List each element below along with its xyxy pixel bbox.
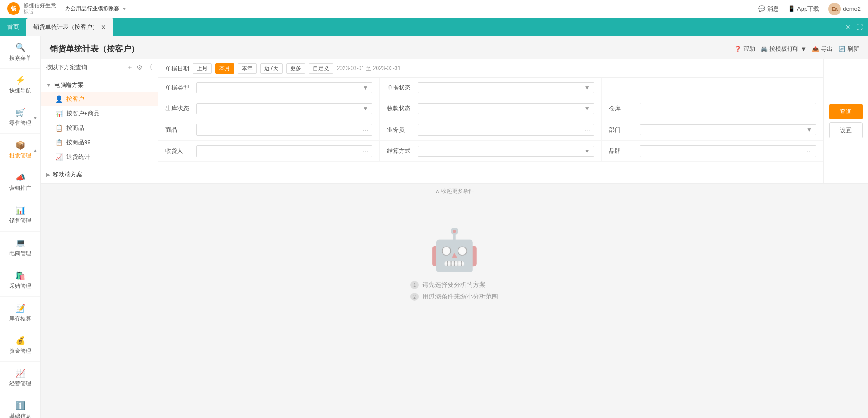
inventory-icon: 📝 <box>15 303 25 313</box>
message-button[interactable]: 💬 消息 <box>758 5 779 13</box>
settings-button[interactable]: 设置 <box>829 122 863 138</box>
filter-cell-receiver: 收货人 ··· <box>158 141 380 162</box>
scheme-item-by-product[interactable]: 📋 按商品 <box>41 121 158 135</box>
sidebar-item-retail[interactable]: 🛒 零售管理 ▼ <box>0 101 40 134</box>
refresh-button[interactable]: 🔄 刷新 <box>838 45 859 53</box>
help-button[interactable]: ❓ 帮助 <box>734 45 755 53</box>
warehouse-dots-icon[interactable]: ··· <box>807 105 812 112</box>
payment-input[interactable]: ▼ <box>418 103 594 114</box>
message-icon: 💬 <box>758 5 765 12</box>
date-btn-last-month[interactable]: 上月 <box>193 63 212 74</box>
product-dots-icon[interactable]: ··· <box>363 126 368 133</box>
outbound-input[interactable]: ▼ <box>196 103 372 114</box>
salesperson-label: 业务员 <box>387 126 414 134</box>
group-expand-icon: ▼ <box>46 82 52 88</box>
date-range-display: 2023-03-01 至 2023-03-31 <box>337 65 401 72</box>
doc-type-input[interactable]: ▼ <box>196 82 372 93</box>
sidebar-item-wholesale[interactable]: 📦 批发管理 ▲ <box>0 134 40 166</box>
scheme-group-mobile-toggle[interactable]: ▶ 移动端方案 <box>41 168 158 181</box>
sidebar-item-search[interactable]: 🔍 搜索菜单 <box>0 36 40 69</box>
list2-scheme-icon: 📋 <box>55 139 63 146</box>
sidebar-item-basic-info[interactable]: ℹ️ 基础信息 <box>0 394 40 418</box>
sidebar: 🔍 搜索菜单 ⚡ 快捷导航 🛒 零售管理 ▼ 📦 批发管理 ▲ 📣 营销推广 📊… <box>0 36 41 418</box>
export-button[interactable]: 📤 导出 <box>812 45 833 53</box>
scheme-item-by-customer[interactable]: 👤 按客户 <box>41 92 158 106</box>
empty-tip-2: 2 用过滤条件来缩小分析范围 <box>410 293 498 301</box>
close-tab-icon[interactable]: ✕ <box>101 24 106 31</box>
sidebar-item-purchase[interactable]: 🛍️ 采购管理 <box>0 264 40 297</box>
salesperson-dots-icon[interactable]: ··· <box>585 126 590 133</box>
receiver-dots-icon[interactable]: ··· <box>363 147 368 155</box>
account-dropdown[interactable]: 办公用品行业模拟账套 ▼ <box>65 5 127 13</box>
collapse-scheme-icon[interactable]: 《 <box>146 63 152 71</box>
query-button[interactable]: 查询 <box>829 104 863 119</box>
settings-scheme-icon[interactable]: ⚙ <box>137 64 142 71</box>
close-window-icon[interactable]: ✕ <box>845 24 851 31</box>
dept-input[interactable]: ▼ <box>640 124 816 135</box>
date-btn-this-year[interactable]: 本年 <box>238 63 257 74</box>
sidebar-item-finance[interactable]: 💰 资金管理 <box>0 329 40 362</box>
date-btn-more[interactable]: 更多 <box>286 63 305 74</box>
content-area: 销货单统计表（按客户） ❓ 帮助 🖨️ 按模板打印 ▼ 📤 导出 🔄 刷新 <box>41 36 868 418</box>
page-actions: ❓ 帮助 🖨️ 按模板打印 ▼ 📤 导出 🔄 刷新 <box>734 45 859 53</box>
scheme-item-return-stats[interactable]: 📈 退货统计 <box>41 150 158 164</box>
user-menu[interactable]: Ea demo2 <box>828 3 861 15</box>
refresh-icon: 🔄 <box>838 46 845 52</box>
filter-cell-salesperson: 业务员 ··· <box>380 119 601 141</box>
collapse-bar[interactable]: ∧ 收起更多条件 <box>41 184 868 199</box>
settlement-input[interactable]: ▼ <box>418 146 594 157</box>
tip-num-1: 1 <box>410 281 419 289</box>
date-btn-this-month[interactable]: 本月 <box>215 63 234 74</box>
doc-status-input[interactable]: ▼ <box>418 82 594 93</box>
salesperson-input[interactable]: ··· <box>418 124 594 136</box>
brand-input[interactable]: ··· <box>640 145 816 157</box>
sidebar-item-marketing[interactable]: 📣 营销推广 <box>0 166 40 199</box>
scheme-group-mobile: ▶ 移动端方案 <box>41 166 158 183</box>
scheme-item-by-product99[interactable]: 📋 按商品99 <box>41 135 158 150</box>
filter-cell-brand: 品牌 ··· <box>602 141 823 162</box>
scheme-group-desktop-toggle[interactable]: ▼ 电脑端方案 <box>41 78 158 92</box>
chart-scheme-icon: 📊 <box>55 110 63 117</box>
tab-home-label: 首页 <box>7 23 19 31</box>
payment-label: 收款状态 <box>387 104 414 113</box>
topbar-left: 畅 畅捷信好生意 标版 办公用品行业模拟账套 ▼ <box>7 2 127 15</box>
filter-cell-product: 商品 ··· <box>158 119 380 141</box>
tab-sales-stats-label: 销货单统计表（按客户） <box>33 23 98 31</box>
dept-dropdown-icon: ▼ <box>807 127 812 133</box>
tab-home[interactable]: 首页 <box>0 18 26 36</box>
doc-status-dropdown-icon: ▼ <box>585 85 590 91</box>
warehouse-input[interactable]: ··· <box>640 103 816 114</box>
sidebar-item-quick-nav[interactable]: ⚡ 快捷导航 <box>0 69 40 101</box>
add-scheme-icon[interactable]: ＋ <box>127 63 133 71</box>
maximize-icon[interactable]: ⛶ <box>856 24 863 31</box>
sidebar-item-sales[interactable]: 📊 销售管理 <box>0 199 40 232</box>
dept-label: 部门 <box>609 126 636 134</box>
lightning-icon: ⚡ <box>15 75 25 85</box>
filter-cell-warehouse: 仓库 ··· <box>602 98 823 119</box>
tab-sales-stats[interactable]: 销货单统计表（按客户） ✕ <box>26 18 113 36</box>
topbar: 畅 畅捷信好生意 标版 办公用品行业模拟账套 ▼ 💬 消息 📱 App下载 Ea… <box>0 0 868 18</box>
sidebar-item-management[interactable]: 📈 经营管理 <box>0 362 40 394</box>
print-button[interactable]: 🖨️ 按模板打印 ▼ <box>760 45 807 53</box>
filter-cell-doc-type: 单据类型 ▼ <box>158 78 380 98</box>
filter-cell-empty1 <box>602 78 823 98</box>
product-input[interactable]: ··· <box>196 124 372 136</box>
app-subtitle: 标版 <box>24 9 56 15</box>
date-filter-label: 单据日期 <box>165 65 189 73</box>
window-controls: ✕ ⛶ <box>845 24 868 31</box>
ecommerce-icon: 💻 <box>15 238 25 248</box>
sidebar-item-ecommerce[interactable]: 💻 电商管理 <box>0 232 40 264</box>
app-download-button[interactable]: 📱 App下载 <box>788 5 819 13</box>
brand-dots-icon[interactable]: ··· <box>807 147 812 155</box>
scheme-item-by-customer-product[interactable]: 📊 按客户+商品 <box>41 106 158 121</box>
receiver-input[interactable]: ··· <box>196 145 372 157</box>
empty-tips: 1 请先选择要分析的方案 2 用过滤条件来缩小分析范围 <box>410 281 498 301</box>
sales-icon: 📊 <box>15 205 25 215</box>
logo-icon: 畅 <box>7 2 20 15</box>
app-name: 畅捷信好生意 <box>24 2 56 9</box>
date-btn-7days[interactable]: 近7天 <box>260 63 283 74</box>
export-icon: 📤 <box>812 46 819 52</box>
date-btn-custom[interactable]: 自定义 <box>309 63 333 74</box>
sidebar-item-inventory[interactable]: 📝 库存核算 <box>0 297 40 329</box>
filter-section: 按以下方案查询 ＋ ⚙ 《 ▼ 电脑端方案 👤 按客户 <box>41 59 868 184</box>
